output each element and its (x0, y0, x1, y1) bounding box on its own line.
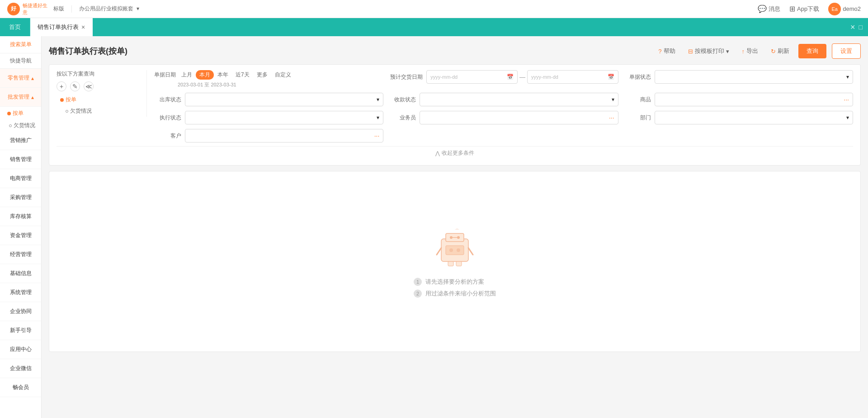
period-7days[interactable]: 近7天 (232, 70, 253, 80)
scheme-sub-欠货情况[interactable]: 欠货情况 (57, 105, 139, 117)
product-more-icon[interactable]: ··· (844, 96, 849, 103)
add-scheme-button[interactable]: + (57, 81, 66, 91)
filter-exec-label: 执行状态 (154, 114, 181, 122)
sidebar-item-retail[interactable]: 零售管理 ▴ (0, 69, 41, 88)
print-button[interactable]: ⊟ 按模板打印 ▾ (684, 45, 733, 57)
tab-sales-order[interactable]: 销售订单执行表 × (30, 18, 93, 36)
filter-expected-from[interactable]: yyyy-mm-dd 📅 (426, 70, 518, 84)
filter-collection-select[interactable]: ▾ (420, 93, 618, 106)
sidebar-item-wechat[interactable]: 企业微信 (0, 359, 41, 378)
filter-date-item: 单据日期 上月 本月 本年 近7天 更多 自定义 2023 (154, 70, 383, 88)
sidebar-member-label: 畅会员 (13, 384, 29, 391)
customer-more-icon[interactable]: ··· (374, 132, 380, 139)
user-name: demo2 (843, 5, 861, 12)
sidebar-item-operations[interactable]: 经营管理 (0, 245, 41, 264)
svg-point-3 (457, 236, 460, 239)
message-action[interactable]: 💬 消息 (758, 5, 780, 13)
sidebar-quick-nav[interactable]: 快捷导航 (0, 53, 41, 69)
avatar-text: Ea (832, 6, 838, 12)
edit-icon: ✎ (72, 83, 78, 90)
app-download-action[interactable]: ⊞ App下载 (789, 5, 819, 13)
filter-status-item: 单据状态 ▾ (624, 70, 853, 84)
help-button[interactable]: ? 帮助 (655, 45, 679, 57)
edit-scheme-button[interactable]: ✎ (70, 81, 80, 91)
sidebar-item-finance[interactable]: 资金管理 (0, 226, 41, 245)
sidebar-item-system[interactable]: 系统管理 (0, 283, 41, 302)
tab-close-icon[interactable]: × (81, 24, 85, 31)
tip-number-2: 2 (414, 290, 422, 298)
filter-customer-input[interactable]: ··· (185, 129, 383, 142)
query-button[interactable]: 查询 (798, 44, 826, 58)
sidebar-item-basic-info[interactable]: 基础信息 (0, 264, 41, 283)
sidebar-quick-nav-label: 快捷导航 (10, 57, 32, 64)
sidebar-item-ecommerce[interactable]: 电商管理 (0, 169, 41, 188)
sidebar-operations-label: 经营管理 (10, 251, 32, 258)
tab-sales-order-label: 销售订单执行表 (38, 23, 79, 31)
window-maximize-icon[interactable]: □ (859, 24, 863, 31)
sidebar-system-label: 系统管理 (10, 289, 32, 296)
filter-product-input[interactable]: ··· (655, 93, 853, 106)
filter-exec-select[interactable]: ▾ (185, 111, 383, 124)
help-label: 帮助 (664, 47, 675, 55)
settings-button[interactable]: 设置 (832, 43, 861, 59)
sidebar-wholesale-arrow: ▴ (31, 94, 34, 100)
scheme-item-按单[interactable]: 按单 (57, 94, 139, 105)
salesman-more-icon[interactable]: ··· (609, 114, 614, 121)
filter-salesman-label: 业务员 (389, 114, 416, 122)
filter-scheme-panel: 按以下方案查询 + ✎ ≪ (57, 70, 147, 117)
avatar: Ea (828, 3, 841, 15)
sidebar-item-sales-mgmt[interactable]: 销售管理 (0, 150, 41, 169)
main-content: 搜索菜单 快捷导航 零售管理 ▴ 批发管理 ▴ 按单 欠货情况 营销推广 销售管… (0, 36, 868, 418)
tip-number-1: 1 (414, 278, 422, 286)
export-button[interactable]: ↑ 导出 (738, 45, 762, 57)
filter-delivery-select[interactable]: ▾ (185, 93, 383, 106)
page-title: 销售订单执行表(按单) (49, 46, 127, 57)
expected-from-placeholder: yyyy-mm-dd (430, 74, 458, 80)
sidebar-item-member[interactable]: 畅会员 (0, 378, 41, 397)
period-this-year[interactable]: 本年 (214, 70, 232, 80)
filter-collection-item: 收款状态 ▾ (389, 93, 618, 106)
filter-product-item: 商品 ··· (624, 93, 853, 106)
filter-delivery-label: 出库状态 (154, 96, 181, 104)
export-label: 导出 (746, 47, 758, 55)
filter-expected-to[interactable]: yyyy-mm-dd 📅 (527, 70, 618, 84)
sidebar-search[interactable]: 搜索菜单 (0, 36, 41, 53)
sidebar-item-newbie[interactable]: 新手引导 (0, 321, 41, 340)
collapse-scheme-button[interactable]: ≪ (84, 81, 94, 91)
top-header: 好 畅捷通好生意 标版 办公用品行业模拟账套 ▾ 💬 消息 ⊞ App下载 Ea… (0, 0, 868, 18)
filter-salesman-input[interactable]: ··· (420, 111, 618, 124)
refresh-button[interactable]: ↻ 刷新 (767, 45, 793, 57)
collapse-bar[interactable]: ⋀ 收起更多条件 (57, 146, 853, 160)
collapse-bar-content: ⋀ 收起更多条件 (435, 149, 474, 157)
empty-tip-2: 2 用过滤条件来缩小分析范围 (414, 290, 496, 298)
period-custom[interactable]: 自定义 (271, 70, 295, 80)
sidebar-sub-欠货情况[interactable]: 欠货情况 (0, 120, 41, 131)
print-label: 按模板打印 (695, 47, 724, 55)
sidebar-sub-按单[interactable]: 按单 (0, 107, 41, 120)
period-last-month[interactable]: 上月 (178, 70, 196, 80)
window-close-icon[interactable]: × (850, 23, 855, 32)
filter-scheme-actions: + ✎ ≪ (57, 81, 139, 91)
period-more[interactable]: 更多 (253, 70, 271, 80)
sidebar-item-marketing[interactable]: 营销推广 (0, 131, 41, 150)
logo-text: 畅捷通好生意 (23, 2, 50, 15)
sidebar-item-wholesale[interactable]: 批发管理 ▴ (0, 88, 41, 107)
sidebar-ecommerce-label: 电商管理 (10, 175, 32, 182)
sidebar-item-inventory[interactable]: 库存核算 (0, 207, 41, 226)
tab-home[interactable]: 首页 (0, 18, 30, 36)
filter-status-select[interactable]: ▾ (655, 70, 853, 84)
filter-dept-select[interactable]: ▾ (655, 111, 853, 124)
filter-row-1: 单据日期 上月 本月 本年 近7天 更多 自定义 2023 (154, 70, 853, 88)
expected-to-placeholder: yyyy-mm-dd (531, 74, 558, 80)
sidebar-item-purchase[interactable]: 采购管理 (0, 188, 41, 207)
sidebar-item-app-center[interactable]: 应用中心 (0, 340, 41, 359)
user-menu[interactable]: Ea demo2 (828, 3, 861, 15)
refresh-label: 刷新 (778, 47, 789, 55)
sidebar-collab-label: 企业协同 (10, 308, 32, 315)
industry-dropdown[interactable]: 办公用品行业模拟账套 ▾ (79, 5, 139, 13)
industry-label: 办公用品行业模拟账套 (79, 5, 133, 12)
sidebar-item-collab[interactable]: 企业协同 (0, 302, 41, 321)
period-this-month[interactable]: 本月 (196, 70, 214, 80)
tab-home-label: 首页 (9, 23, 21, 31)
sidebar-finance-label: 资金管理 (10, 232, 32, 239)
